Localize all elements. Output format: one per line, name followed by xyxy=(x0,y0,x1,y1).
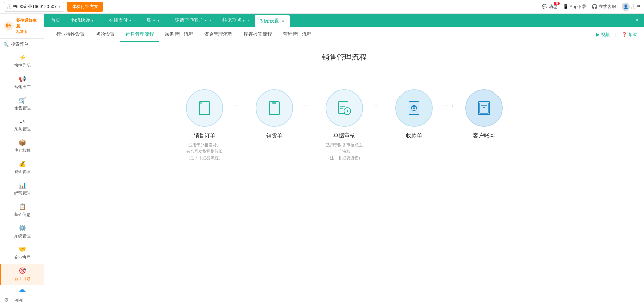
receipt-circle[interactable]: ¥ xyxy=(395,89,433,127)
close-tab-invite-icon[interactable]: × xyxy=(209,18,211,22)
nav-tab-payment[interactable]: 在线支付 ▾ × xyxy=(103,14,141,27)
nav-close-icon[interactable]: × xyxy=(631,17,643,23)
sidebar: 畅 畅捷通好生意 标准版 🔍 搜索菜单 ⚡ 快捷导航 📢 营销推广 xyxy=(0,14,44,307)
flow-step-doc-review: 单据审核 适用于财务审核或主管审核（注：非必要流程） xyxy=(317,89,371,162)
sub-tab-sales-flow-label: 销售管理流程 xyxy=(125,31,154,37)
content-area: 首页 物流快递 ▾ × 在线支付 ▾ × 账号 ▾ × xyxy=(44,14,644,307)
sales-order-circle[interactable] xyxy=(186,89,223,127)
sidebar-search[interactable]: 🔍 搜索菜单 xyxy=(0,39,44,50)
beginner-guide-icon: 🎯 xyxy=(19,267,26,274)
flow-arrow-3: - - → xyxy=(371,102,387,109)
sidebar-item-label: 采购管理 xyxy=(14,126,31,132)
sidebar-item-purchase-mgmt[interactable]: 🛍 采购管理 xyxy=(0,115,44,136)
sidebar-item-label: 快捷导航 xyxy=(14,63,31,68)
sidebar-item-finance[interactable]: 💰 资金管理 xyxy=(0,157,44,178)
search-icon: 🔍 xyxy=(3,42,9,47)
help-label: 帮助 xyxy=(628,32,637,38)
sidebar-item-app-center[interactable]: 🔷 应用中心 xyxy=(0,285,44,292)
svg-text:¥: ¥ xyxy=(482,105,485,111)
search-label: 搜索菜单 xyxy=(11,41,28,47)
trial-btn[interactable]: 体验行业方案 xyxy=(67,2,103,12)
nav-tab-period-init-label: 往来期初 xyxy=(222,17,241,23)
sub-tab-sales-flow[interactable]: 销售管理流程 xyxy=(120,27,159,42)
nav-tab-account[interactable]: 账号 ▾ × xyxy=(141,14,170,27)
sidebar-item-marketing-promo[interactable]: 📢 营销推广 xyxy=(0,72,44,93)
flow-arrow-4: - - → xyxy=(441,102,457,109)
nav-tab-home[interactable]: 首页 xyxy=(45,14,66,27)
customer-account-name: 客户账本 xyxy=(473,132,495,139)
sidebar-item-enterprise-collab[interactable]: 🤝 企业协同 xyxy=(0,242,44,264)
sub-tab-marketing-flow[interactable]: 营销管理流程 xyxy=(277,27,317,42)
sub-tab-init[interactable]: 初始设置 xyxy=(90,27,120,42)
sidebar-item-sales-mgmt[interactable]: 🛒 销售管理 xyxy=(0,93,44,115)
close-tab-payment-icon[interactable]: × xyxy=(134,18,136,22)
customer-account-circle[interactable]: ¥ xyxy=(465,89,503,127)
flow-step-customer-account: ¥ 客户账本 xyxy=(457,89,511,142)
close-tab-account-icon[interactable]: × xyxy=(162,18,164,22)
doc-review-circle[interactable] xyxy=(326,89,363,127)
close-tab-period-init-icon[interactable]: × xyxy=(247,18,249,22)
sidebar-item-label: 系统管理 xyxy=(14,233,31,239)
message-item[interactable]: 💬 消息 6 xyxy=(542,4,558,10)
nav-tabs: 首页 物流快递 ▾ × 在线支付 ▾ × 账号 ▾ × xyxy=(44,14,644,27)
video-link[interactable]: ▶ 视频 xyxy=(596,32,610,38)
sidebar-item-sys-mgmt[interactable]: ⚙️ 系统管理 xyxy=(0,221,44,242)
chevron-down-icon: ▾ xyxy=(243,19,245,22)
sidebar-item-inventory[interactable]: 📦 库存核算 xyxy=(0,136,44,157)
sales-order-desc: 适用于分批发货、有合同发货周期较长（注：非必要流程） xyxy=(186,142,223,162)
quick-nav-icon: ⚡ xyxy=(19,54,26,61)
sub-tab-purchase-flow[interactable]: 采购管理流程 xyxy=(159,27,199,42)
close-tab-init-settings-icon[interactable]: × xyxy=(282,19,284,23)
sales-order-name: 销售订单 xyxy=(194,132,215,139)
user-selector[interactable]: 用户690企业1660120507 ▼ xyxy=(4,2,64,12)
sidebar-item-operation[interactable]: 📊 经营管理 xyxy=(0,178,44,200)
collapse-sidebar-icon[interactable]: ◀◀ xyxy=(13,295,24,304)
sub-tabs: 行业特性设置 初始设置 销售管理流程 采购管理流程 资金管理流程 xyxy=(44,27,644,42)
nav-tab-period-init[interactable]: 往来期初 ▾ × xyxy=(217,14,255,27)
logo-line1: 畅捷通好生意 xyxy=(16,18,40,29)
logo-icon: 畅 xyxy=(3,21,14,32)
sidebar-item-beginner-guide[interactable]: 🎯 新手引导 xyxy=(0,264,44,285)
sub-tab-industry[interactable]: 行业特性设置 xyxy=(51,27,90,42)
divider: | xyxy=(615,32,616,37)
sub-tab-finance-flow[interactable]: 资金管理流程 xyxy=(199,27,238,42)
nav-tab-invite[interactable]: 邀请下游客户 ▾ × xyxy=(170,14,217,27)
flow-diagram: 销售订单 适用于分批发货、有合同发货周期较长（注：非必要流程） - - → xyxy=(58,83,630,168)
sidebar-item-label: 基础信息 xyxy=(14,212,31,218)
flow-step-sales-order: 销售订单 适用于分批发货、有合同发货周期较长（注：非必要流程） xyxy=(177,89,232,162)
basic-info-icon: 📋 xyxy=(19,203,26,210)
svg-rect-6 xyxy=(200,102,202,104)
doc-review-icon xyxy=(336,100,353,117)
main-layout: 畅 畅捷通好生意 标准版 🔍 搜索菜单 ⚡ 快捷导航 📢 营销推广 xyxy=(0,14,644,307)
nav-tab-init-settings[interactable]: 初始设置 × xyxy=(255,15,289,27)
settings-gear-icon[interactable]: ⚙ xyxy=(3,295,10,304)
sub-tab-inventory-flow-label: 库存核算流程 xyxy=(243,31,272,37)
nav-tab-account-label: 账号 xyxy=(147,17,156,23)
sub-tab-inventory-flow[interactable]: 库存核算流程 xyxy=(238,27,277,42)
user-avatar-item[interactable]: 👤 用户 xyxy=(622,3,640,11)
sales-order-icon xyxy=(196,100,213,117)
chevron-down-icon: ▾ xyxy=(92,19,93,22)
help-icon: ❓ xyxy=(622,32,627,37)
app-center-icon: 🔷 xyxy=(19,288,26,292)
close-tab-logistics-icon[interactable]: × xyxy=(96,18,98,22)
nav-tab-logistics[interactable]: 物流快递 ▾ × xyxy=(66,14,103,27)
sidebar-item-label: 营销推广 xyxy=(14,84,31,90)
nav-tab-init-settings-label: 初始设置 xyxy=(260,18,279,24)
nav-tab-home-label: 首页 xyxy=(51,17,60,23)
sub-tabs-right: ▶ 视频 | ❓ 帮助 xyxy=(596,32,637,38)
sidebar-menu: ⚡ 快捷导航 📢 营销推广 🛒 销售管理 🛍 采购管理 📦 库存核算 xyxy=(0,50,44,292)
sidebar-item-basic-info[interactable]: 📋 基础信息 xyxy=(0,200,44,221)
sidebar-item-quick-nav[interactable]: ⚡ 快捷导航 xyxy=(0,50,44,72)
sub-tab-init-label: 初始设置 xyxy=(96,31,115,37)
chevron-down-icon: ▾ xyxy=(129,19,131,22)
sidebar-item-label: 库存核算 xyxy=(14,148,31,154)
sub-tabs-left: 行业特性设置 初始设置 销售管理流程 采购管理流程 资金管理流程 xyxy=(51,27,317,42)
sales-invoice-circle[interactable] xyxy=(256,89,293,127)
app-download-item[interactable]: 📱 App下载 xyxy=(563,4,586,10)
logo-text: 畅捷通好生意 标准版 xyxy=(16,18,40,34)
finance-icon: 💰 xyxy=(19,160,26,168)
sub-tab-finance-flow-label: 资金管理流程 xyxy=(204,31,233,37)
online-service-item[interactable]: 🎧 在线客服 xyxy=(592,4,616,10)
help-link[interactable]: ❓ 帮助 xyxy=(622,32,637,38)
